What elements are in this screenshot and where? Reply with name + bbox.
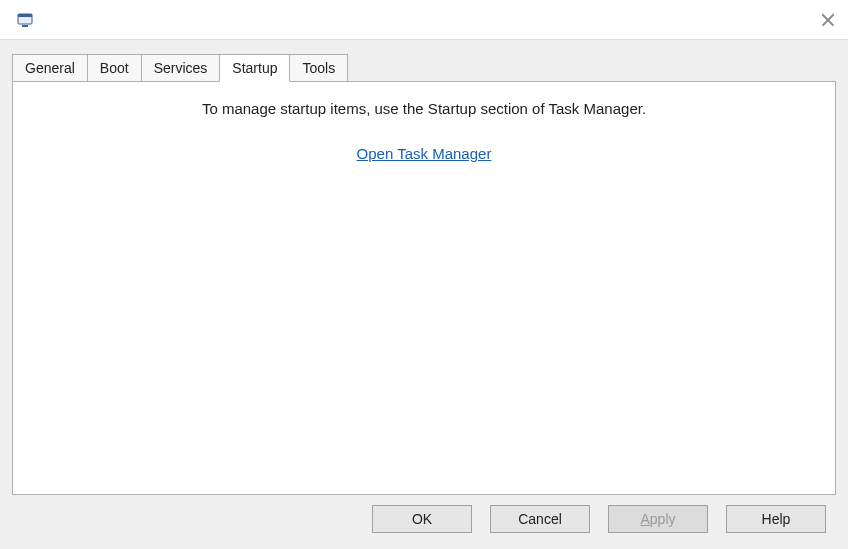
startup-panel: To manage startup items, use the Startup… bbox=[12, 81, 836, 495]
tab-tools[interactable]: Tools bbox=[289, 54, 348, 81]
svg-rect-2 bbox=[22, 25, 28, 27]
cancel-button[interactable]: Cancel bbox=[490, 505, 590, 533]
apply-button: Apply bbox=[608, 505, 708, 533]
startup-message: To manage startup items, use the Startup… bbox=[202, 100, 646, 117]
tab-label: Startup bbox=[232, 60, 277, 76]
svg-rect-1 bbox=[18, 14, 32, 17]
tab-services[interactable]: Services bbox=[141, 54, 221, 81]
button-label: Apply bbox=[640, 511, 675, 527]
tab-general[interactable]: General bbox=[12, 54, 88, 81]
ok-button[interactable]: OK bbox=[372, 505, 472, 533]
button-label: Help bbox=[762, 511, 791, 527]
close-icon[interactable] bbox=[820, 12, 836, 28]
msconfig-icon bbox=[16, 10, 36, 30]
button-label: OK bbox=[412, 511, 432, 527]
help-button[interactable]: Help bbox=[726, 505, 826, 533]
msconfig-window: General Boot Services Startup Tools To m… bbox=[0, 0, 848, 549]
titlebar bbox=[0, 0, 848, 40]
button-label: Cancel bbox=[518, 511, 562, 527]
open-task-manager-link[interactable]: Open Task Manager bbox=[357, 145, 492, 162]
tab-label: Boot bbox=[100, 60, 129, 76]
tab-startup[interactable]: Startup bbox=[219, 54, 290, 82]
tab-label: Tools bbox=[302, 60, 335, 76]
dialog-body: General Boot Services Startup Tools To m… bbox=[0, 40, 848, 549]
tab-boot[interactable]: Boot bbox=[87, 54, 142, 81]
tab-strip: General Boot Services Startup Tools bbox=[12, 54, 836, 81]
dialog-button-row: OK Cancel Apply Help bbox=[12, 495, 836, 541]
tab-label: Services bbox=[154, 60, 208, 76]
tab-label: General bbox=[25, 60, 75, 76]
